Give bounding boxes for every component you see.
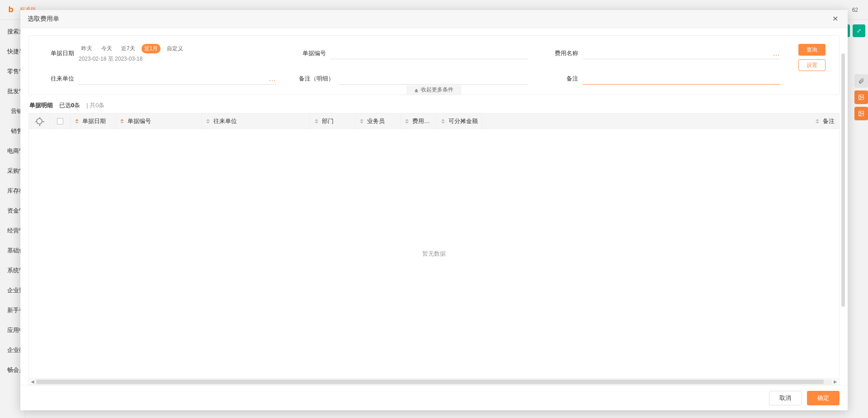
filter-doc-code: 单据编号 [294, 44, 528, 63]
column-header-remark[interactable]: 备注 [482, 114, 839, 128]
close-button[interactable]: ✕ [830, 14, 840, 24]
filter-label: 备注 [547, 75, 578, 83]
collapse-filters-button[interactable]: 收起更多条件 [407, 85, 461, 95]
date-quick-today[interactable]: 今天 [99, 44, 115, 53]
modal-title: 选取费用单 [28, 15, 59, 23]
fee-name-input[interactable] [583, 48, 780, 59]
column-header-code[interactable]: 单据编号 [116, 114, 202, 128]
more-icon[interactable]: … [269, 75, 276, 83]
filter-vendor: 往来单位 … [42, 73, 276, 85]
vendor-input[interactable] [79, 73, 276, 85]
data-table: 单据日期 单据编号 往来单位 部门 [28, 113, 840, 385]
date-quick-last1m[interactable]: 近1月 [142, 44, 161, 53]
gear-icon [36, 118, 42, 124]
chevron-up-icon [415, 89, 418, 91]
filter-panel: 单据日期 昨天 今天 近7天 近1月 自定义 2023-02-18 至 2023… [28, 35, 840, 95]
scroll-thumb[interactable] [841, 53, 845, 307]
filter-label: 费用名称 [547, 49, 578, 57]
selected-count: 已选0条 [59, 101, 80, 109]
column-settings-button[interactable] [29, 114, 50, 128]
doc-code-input[interactable] [330, 48, 528, 59]
column-header-dept[interactable]: 部门 [310, 114, 355, 128]
table-header: 单据日期 单据编号 往来单位 部门 [29, 114, 839, 129]
filter-label: 备注（明细） [294, 75, 334, 83]
query-button[interactable]: 查询 [798, 44, 826, 56]
scroll-thumb[interactable] [36, 380, 824, 384]
filter-doc-date: 单据日期 昨天 今天 近7天 近1月 自定义 2023-02-18 至 2023… [42, 44, 276, 63]
filter-label: 单据编号 [294, 49, 326, 57]
column-header-date[interactable]: 单据日期 [71, 114, 116, 128]
vertical-scrollbar[interactable] [841, 53, 846, 376]
close-icon: ✕ [832, 14, 838, 23]
filter-label: 单据日期 [42, 49, 74, 57]
more-icon[interactable]: … [773, 49, 780, 57]
filter-remark: 备注 [547, 73, 780, 85]
confirm-button[interactable]: 确定 [807, 391, 840, 405]
select-expense-modal: 选取费用单 ✕ 单据日期 昨天 今天 近7天 近 [20, 10, 848, 410]
checkbox-icon [57, 118, 63, 124]
date-range-text: 2023-02-18 至 2023-03-18 [79, 55, 276, 63]
settings-button[interactable]: 设置 [798, 59, 826, 71]
column-header-staff[interactable]: 业务员 [355, 114, 401, 128]
column-header-vendor[interactable]: 往来单位 [202, 114, 310, 128]
filter-remark-detail: 备注（明细） [294, 73, 528, 85]
table-empty: 暂无数据 [29, 129, 839, 378]
collapse-label: 收起更多条件 [421, 86, 453, 94]
select-all-checkbox[interactable] [50, 114, 71, 128]
filter-fee-name: 费用名称 … [547, 44, 780, 63]
horizontal-scrollbar[interactable]: ◀ ▶ [29, 378, 839, 385]
date-quick-custom[interactable]: 自定义 [164, 44, 186, 53]
total-count: | 共0条 [86, 101, 104, 109]
scroll-right-icon[interactable]: ▶ [832, 379, 839, 384]
modal-header: 选取费用单 ✕ [20, 10, 848, 28]
list-title: 单据明细 [29, 101, 53, 109]
filter-label: 往来单位 [42, 75, 74, 83]
remark-detail-input[interactable] [339, 73, 528, 85]
column-header-alloc[interactable]: 可分摊金额 [437, 114, 482, 128]
list-header: 单据明细 已选0条 | 共0条 [29, 101, 840, 109]
date-quick-last7[interactable]: 近7天 [118, 44, 138, 53]
column-header-fee[interactable]: 费用… [401, 114, 437, 128]
date-quick-yesterday[interactable]: 昨天 [79, 44, 95, 53]
modal-body: 单据日期 昨天 今天 近7天 近1月 自定义 2023-02-18 至 2023… [20, 28, 848, 385]
remark-input[interactable] [583, 73, 780, 85]
cancel-button[interactable]: 取消 [769, 391, 802, 405]
modal-overlay: 选取费用单 ✕ 单据日期 昨天 今天 近7天 近 [0, 0, 868, 418]
scroll-left-icon[interactable]: ◀ [29, 379, 36, 384]
modal-footer: 取消 确定 [20, 385, 848, 410]
